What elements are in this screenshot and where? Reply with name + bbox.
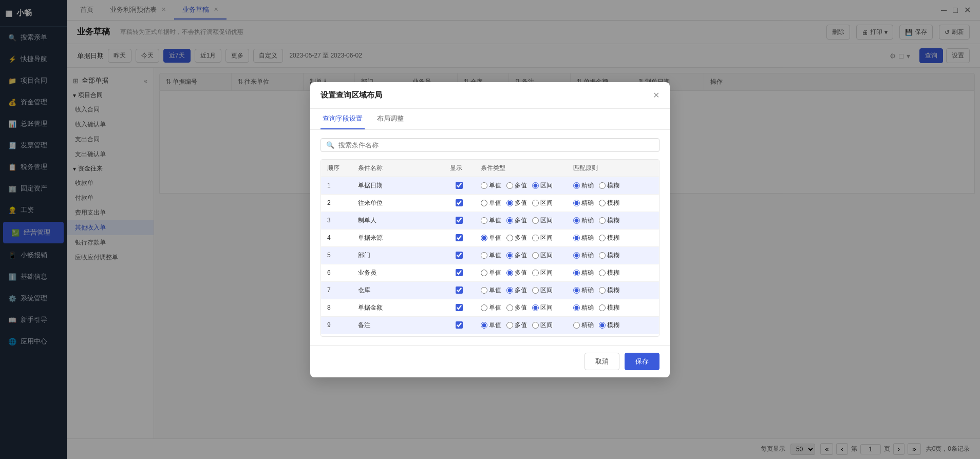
show-checkbox[interactable] xyxy=(456,217,463,224)
row-match-type: 精确 模糊 xyxy=(567,317,659,334)
radio-fuzzy[interactable]: 模糊 xyxy=(599,181,619,190)
radio-range[interactable]: 区间 xyxy=(532,286,553,295)
radio-precise[interactable]: 精确 xyxy=(573,234,594,242)
row-show[interactable] xyxy=(444,230,475,246)
show-checkbox[interactable] xyxy=(456,182,463,189)
modal-dialog: 设置查询区域布局 ✕ 查询字段设置 布局调整 🔍 顺序 条件名称 显示 条件类型… xyxy=(310,82,670,377)
row-show[interactable] xyxy=(444,247,475,264)
radio-range[interactable]: 区间 xyxy=(532,199,553,207)
radio-fuzzy[interactable]: 模糊 xyxy=(599,199,619,207)
radio-multi[interactable]: 多值 xyxy=(506,269,527,277)
radio-multi[interactable]: 多值 xyxy=(506,321,527,330)
radio-single[interactable]: 单值 xyxy=(481,199,501,207)
row-show[interactable] xyxy=(444,317,475,334)
radio-precise[interactable]: 精确 xyxy=(573,181,594,190)
modal-close-button[interactable]: ✕ xyxy=(653,90,659,100)
radio-single[interactable]: 单值 xyxy=(481,234,501,242)
row-show[interactable] xyxy=(444,282,475,299)
row-show[interactable] xyxy=(444,212,475,229)
radio-single[interactable]: 单值 xyxy=(481,321,501,330)
row-condition-type: 单值 多值 区间 xyxy=(475,195,567,212)
row-show[interactable] xyxy=(444,334,475,336)
modal-footer: 取消 保存 xyxy=(310,345,670,377)
row-condition-type: 单值 多值 区间 xyxy=(475,264,567,281)
radio-precise[interactable]: 精确 xyxy=(573,286,594,295)
radio-multi[interactable]: 多值 xyxy=(506,251,527,260)
radio-precise[interactable]: 精确 xyxy=(573,269,594,277)
row-name: 备注 xyxy=(352,317,444,334)
row-match-type: 精确 模糊 xyxy=(567,212,659,229)
radio-single[interactable]: 单值 xyxy=(481,303,501,312)
config-table-header: 顺序 条件名称 显示 条件类型 匹配原则 xyxy=(321,160,659,177)
radio-range[interactable]: 区间 xyxy=(532,216,553,225)
show-checkbox[interactable] xyxy=(456,199,463,206)
config-table-row: 7 仓库 单值 多值 区间 精确 xyxy=(321,282,659,299)
config-table-row: 4 单据来源 单值 多值 区间 精确 xyxy=(321,230,659,247)
radio-multi[interactable]: 多值 xyxy=(506,234,527,242)
col-order: 顺序 xyxy=(321,160,352,177)
radio-single[interactable]: 单值 xyxy=(481,216,501,225)
radio-multi[interactable]: 多值 xyxy=(506,181,527,190)
radio-fuzzy[interactable]: 模糊 xyxy=(599,303,619,312)
radio-range[interactable]: 区间 xyxy=(532,181,553,190)
radio-multi[interactable]: 多值 xyxy=(506,286,527,295)
radio-fuzzy[interactable]: 模糊 xyxy=(599,286,619,295)
row-name: 单据金额 xyxy=(352,299,444,316)
row-order: 4 xyxy=(321,230,352,246)
row-show[interactable] xyxy=(444,264,475,281)
save-config-button[interactable]: 保存 xyxy=(625,353,659,370)
row-match-type: 精确 模糊 xyxy=(567,177,659,194)
radio-fuzzy[interactable]: 模糊 xyxy=(599,269,619,277)
config-table-row: 1 单据日期 单值 多值 区间 精确 xyxy=(321,177,659,195)
show-checkbox[interactable] xyxy=(456,304,463,311)
row-name: 仓库 xyxy=(352,282,444,299)
radio-fuzzy[interactable]: 模糊 xyxy=(599,321,619,330)
config-table-body: 1 单据日期 单值 多值 区间 精确 xyxy=(321,177,659,336)
row-condition-type: 单值 多值 区间 xyxy=(475,317,567,334)
row-name: 往来单位 xyxy=(352,195,444,212)
row-name: 单据日期 xyxy=(352,177,444,194)
row-condition-type: 单值 多值 区间 xyxy=(475,334,567,336)
show-checkbox[interactable] xyxy=(456,321,463,329)
show-checkbox[interactable] xyxy=(456,286,463,294)
row-order: 10 xyxy=(321,334,352,336)
row-order: 8 xyxy=(321,299,352,316)
radio-precise[interactable]: 精确 xyxy=(573,199,594,207)
row-order: 7 xyxy=(321,282,352,299)
radio-precise[interactable]: 精确 xyxy=(573,321,594,330)
modal-tab-layout[interactable]: 布局调整 xyxy=(375,109,406,129)
radio-multi[interactable]: 多值 xyxy=(506,199,527,207)
radio-multi[interactable]: 多值 xyxy=(506,303,527,312)
modal-search-input[interactable] xyxy=(338,141,654,149)
radio-fuzzy[interactable]: 模糊 xyxy=(599,234,619,242)
radio-fuzzy[interactable]: 模糊 xyxy=(599,251,619,260)
radio-range[interactable]: 区间 xyxy=(532,269,553,277)
radio-range[interactable]: 区间 xyxy=(532,303,553,312)
radio-single[interactable]: 单值 xyxy=(481,251,501,260)
modal-tab-fields[interactable]: 查询字段设置 xyxy=(321,109,365,129)
row-show[interactable] xyxy=(444,195,475,212)
radio-fuzzy[interactable]: 模糊 xyxy=(599,216,619,225)
cancel-button[interactable]: 取消 xyxy=(585,353,619,370)
row-show[interactable] xyxy=(444,299,475,316)
radio-range[interactable]: 区间 xyxy=(532,251,553,260)
radio-range[interactable]: 区间 xyxy=(532,234,553,242)
row-name: 制单人 xyxy=(352,212,444,229)
show-checkbox[interactable] xyxy=(456,269,463,276)
radio-single[interactable]: 单值 xyxy=(481,269,501,277)
radio-single[interactable]: 单值 xyxy=(481,181,501,190)
row-match-type: 精确 模糊 xyxy=(567,264,659,281)
radio-precise[interactable]: 精确 xyxy=(573,251,594,260)
show-checkbox[interactable] xyxy=(456,234,463,241)
radio-range[interactable]: 区间 xyxy=(532,321,553,330)
show-checkbox[interactable] xyxy=(456,252,463,259)
row-condition-type: 单值 多值 区间 xyxy=(475,212,567,229)
radio-precise[interactable]: 精确 xyxy=(573,303,594,312)
row-show[interactable] xyxy=(444,177,475,194)
row-order: 3 xyxy=(321,212,352,229)
modal-overlay[interactable]: 设置查询区域布局 ✕ 查询字段设置 布局调整 🔍 顺序 条件名称 显示 条件类型… xyxy=(0,0,980,459)
radio-precise[interactable]: 精确 xyxy=(573,216,594,225)
radio-single[interactable]: 单值 xyxy=(481,286,501,295)
config-table-row: 2 往来单位 单值 多值 区间 精确 xyxy=(321,195,659,212)
radio-multi[interactable]: 多值 xyxy=(506,216,527,225)
